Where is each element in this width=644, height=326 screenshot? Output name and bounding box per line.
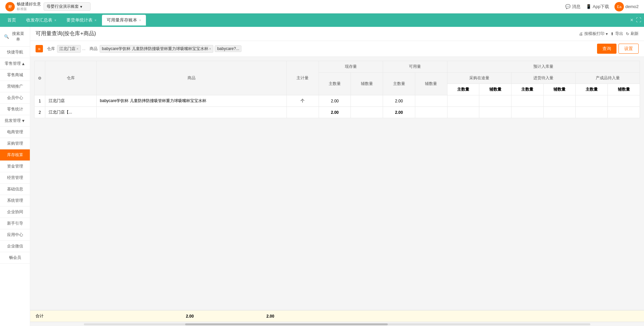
row1-available-main: 2.00 [383,95,415,107]
search-menu-btn[interactable]: 🔍 搜索菜单 [3,30,27,44]
sidebar-ecommerce-label: 电商管理 [7,129,23,135]
th-gear[interactable]: ⚙ [35,61,45,95]
row2-current-aux [351,107,383,118]
sidebar-item-system[interactable]: 系统管理 [0,195,30,206]
top-bar-left: 好 畅捷通好生意 标准版 母婴行业演示账套 ▾ [5,2,91,12]
row1-product-main [576,95,608,107]
th-current-stock: 现存量 [319,61,383,73]
sidebar-marketing-label: 营销推广 [7,84,23,89]
th-product-main: 主数量 [576,84,608,95]
org-selector[interactable]: 母婴行业演示账套 ▾ [44,2,91,11]
sidebar-item-finance[interactable]: 资金管理 [0,161,30,172]
search-icon: 🔍 [4,34,9,39]
sidebar-operation-label: 经营管理 [7,175,23,181]
tab-available[interactable]: 可用量库存账本 × [102,15,146,26]
row2-purchase-aux [479,107,512,118]
message-label: 消息 [572,4,581,10]
row1-purchase-main [447,95,479,107]
warehouse-tag-label: 江北门店 [59,46,75,52]
tab-available-close[interactable]: × [139,18,141,22]
filter-expand-btn[interactable]: » [36,45,43,52]
sidebar-item-purchase[interactable]: 采购管理 [0,138,30,149]
message-icon: 💬 [565,4,571,9]
th-product: 商品 [96,61,286,95]
th-inbound-pending: 进货待入量 [512,73,576,84]
print-icon: 🖨 [579,32,583,36]
sidebar-item-ecommerce[interactable]: 电商管理 [0,127,30,138]
print-arrow-icon: ▾ [606,32,608,36]
row1-product-aux [608,95,640,107]
row1-current-aux [351,95,383,107]
tab-order[interactable]: 要货单统计表 × [62,15,101,26]
tab-home[interactable]: 首页 [3,15,21,26]
refresh-label: 刷新 [631,31,639,37]
footer-label: 合计 [36,313,170,319]
page-actions: 🖨 按模板打印 ▾ ⬆ 导出 ↻ 刷新 [579,31,639,37]
sidebar-system-label: 系统管理 [7,198,23,203]
sidebar-item-quicknav[interactable]: 快捷导航 [0,47,30,58]
th-available-aux: 辅数量 [415,73,447,95]
refresh-btn[interactable]: ↻ 刷新 [626,31,639,37]
tab-receipt[interactable]: 收发存汇总表 × [21,15,61,26]
sidebar-item-vip[interactable]: 畅会员 [0,252,30,264]
sidebar-item-inventory[interactable]: 库存核算 [0,149,30,161]
refresh-icon: ↻ [626,32,629,36]
sidebar-item-appcenter[interactable]: 应用中心 [0,229,30,241]
row1-inbound-aux [543,95,576,107]
bottom-scrollbar[interactable] [30,322,644,326]
logo-subtext: 标准版 [17,7,41,11]
sidebar-appcenter-label: 应用中心 [7,232,23,238]
sidebar-item-newuser[interactable]: 新手引导 [0,218,30,229]
content-area: 可用量查询(按仓库+商品) 🖨 按模板打印 ▾ ⬆ 导出 ↻ 刷新 » [30,27,644,326]
tab-home-label: 首页 [7,17,16,23]
sidebar-item-retail-mgmt[interactable]: 零售管理 ▲ [0,58,30,69]
export-btn[interactable]: ⬆ 导出 [610,31,623,37]
logo-text: 畅捷通好生意 [17,2,41,7]
row1-available-aux [415,95,447,107]
row2-available-main: 2.00 [383,107,415,118]
sidebar-retail-mgmt-label: 零售管理 [5,61,21,66]
tab-receipt-close[interactable]: × [54,18,56,22]
sidebar-item-enterprise[interactable]: 企业协同 [0,206,30,218]
row1-current-main: 2.00 [319,95,351,107]
sidebar-quicknav-label: 快捷导航 [7,49,23,55]
setting-btn[interactable]: 设置 [619,44,639,54]
sidebar-item-basic[interactable]: 基础信息 [0,184,30,195]
message-btn[interactable]: 💬 消息 [565,4,581,10]
user-area[interactable]: Ea demo2 [614,2,639,11]
warehouse-more[interactable]: ... [82,46,86,51]
sidebar-wholesale-arrow: ▼ [21,119,25,123]
th-warehouse: 仓库 [45,61,97,95]
sidebar-item-marketing[interactable]: 营销推广 [0,81,30,92]
query-btn[interactable]: 查询 [597,44,616,54]
row2-purchase-main [447,107,479,118]
table-container[interactable]: ⚙ 仓库 商品 主计量 现存量 可用量 预计入库量 主数量 辅数量 主数量 辅数… [30,57,644,310]
sidebar-item-wholesale[interactable]: 批发管理 ▼ [0,115,30,127]
sidebar-item-member[interactable]: 会员中心 [0,92,30,104]
row2-warehouse: 江北门店【... [45,107,97,118]
warehouse-tag-remove[interactable]: × [76,47,78,51]
sidebar-item-operation[interactable]: 经营管理 [0,172,30,184]
sidebar: 🔍 搜索菜单 快捷导航 零售管理 ▲ 零售商城 营销推广 会员中心 零售统计 批… [0,27,30,326]
tab-order-close[interactable]: × [95,18,97,22]
table-row: 1 江北门店 babycare学饮杯 儿童防摔防撞吸管杯重力球吸嘴杯宝宝水杯 个… [35,95,640,107]
scrollbar-track [84,323,590,325]
sidebar-item-corpwechat[interactable]: 企业微信 [0,241,30,252]
org-name: 母婴行业演示账套 [47,4,79,9]
product-tag-babycare2[interactable]: babycare?... [215,45,241,52]
warehouse-tag-jiangbei[interactable]: 江北门店 × [57,45,81,53]
product-tag-remove[interactable]: × [209,47,211,51]
table-footer: 合计 2.00 2.00 [30,310,644,322]
expand-btn[interactable]: ⛶ [636,17,641,23]
sidebar-item-retail-mall[interactable]: 零售商城 [0,69,30,81]
row1-inbound-main [512,95,544,107]
close-all-btn[interactable]: × [630,17,633,23]
print-btn[interactable]: 🖨 按模板打印 ▾ [579,31,608,37]
app-download-btn[interactable]: 📱 App下载 [586,4,609,10]
tab-receipt-label: 收发存汇总表 [26,17,52,23]
search-menu-label: 搜索菜单 [10,31,26,42]
product-tag-babycare[interactable]: babycare学饮杯 儿童防摔防撞吸管杯重力球吸嘴杯宝宝水杯 × [100,45,214,53]
row1-no: 1 [35,95,45,107]
sidebar-item-retail-stats[interactable]: 零售统计 [0,104,30,115]
row2-available-aux [415,107,447,118]
